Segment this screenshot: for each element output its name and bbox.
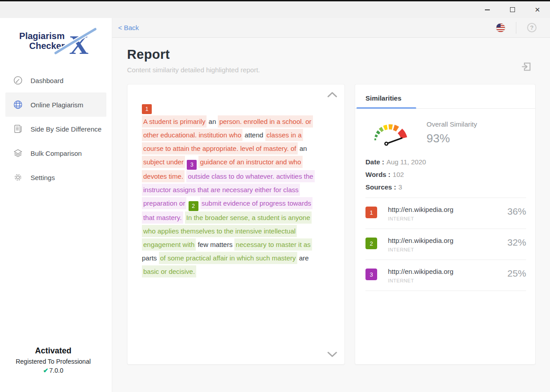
source-type-label: INTERNET xyxy=(388,278,507,283)
activation-title: Activated xyxy=(0,346,106,356)
plain-text: attend xyxy=(242,131,265,139)
meta-row: Words :102 xyxy=(365,171,526,178)
sources-list: 1 http://en.wikipedia.org INTERNET 36% 2… xyxy=(365,198,526,291)
meta-value: 3 xyxy=(398,183,402,191)
close-icon: ✕ xyxy=(535,6,541,13)
meta-label: Words : xyxy=(365,171,391,178)
sidebar-nav: Dashboard Online Plagiarism Side By Side… xyxy=(0,68,112,189)
back-button[interactable]: < Back xyxy=(118,24,139,31)
sidebar: X Plagiarism Checker Dashboard Online Pl… xyxy=(0,18,112,392)
overall-similarity-label: Overall Similarity xyxy=(427,120,477,128)
tab-similarities[interactable]: Similarities xyxy=(365,94,401,108)
meta-label: Sources : xyxy=(365,183,396,191)
meta-row: Sources :3 xyxy=(365,183,526,191)
source-percent: 36% xyxy=(507,206,526,217)
sidebar-item-online-plagiarism[interactable]: Online Plagiarism xyxy=(5,92,106,117)
sidebar-item-label: Dashboard xyxy=(31,77,63,84)
scroll-down-button[interactable] xyxy=(327,351,338,359)
plain-text: are xyxy=(297,254,309,262)
export-report-icon xyxy=(521,62,532,72)
source-percent: 32% xyxy=(507,237,526,248)
source-type-label: INTERNET xyxy=(388,247,507,252)
scroll-up-button[interactable] xyxy=(327,91,338,99)
highlighted-text-s2[interactable]: of some practical affair in which such m… xyxy=(159,252,297,264)
plain-text: an xyxy=(298,145,307,152)
source-url[interactable]: http://en.wikipedia.org xyxy=(388,206,507,213)
export-report-button[interactable] xyxy=(521,62,532,74)
sidebar-item-label: Side By Side Difference xyxy=(31,125,101,133)
help-icon[interactable]: ? xyxy=(527,23,537,32)
plain-text xyxy=(186,199,188,207)
version-number: 7.0.0 xyxy=(49,367,63,374)
meta-value: Aug 11, 2020 xyxy=(387,158,426,166)
check-icon: ✔ xyxy=(43,367,48,374)
activation-info: Activated Registered To Professional ✔7.… xyxy=(0,346,106,374)
source-url[interactable]: http://en.wikipedia.org xyxy=(388,268,507,275)
chevron-down-icon xyxy=(327,352,338,357)
plagiarism-checker-x-logo-icon: X Plagiarism Checker xyxy=(16,26,97,57)
inline-source-marker-1[interactable]: 1 xyxy=(142,104,152,114)
meta-row: Date :Aug 11, 2020 xyxy=(365,158,526,166)
similarities-tabs: Similarities xyxy=(355,84,535,109)
highlighted-text-s2[interactable]: necessary to master it as xyxy=(234,238,312,251)
header-divider xyxy=(516,22,516,34)
language-flag-icon[interactable] xyxy=(496,23,505,32)
plain-text: an xyxy=(207,118,218,125)
maximize-button[interactable] xyxy=(500,1,525,18)
document-panel: 1A student is primarily an person. enrol… xyxy=(127,84,345,365)
svg-text:Plagiarism: Plagiarism xyxy=(19,31,65,41)
similarity-gauge-icon xyxy=(370,116,413,150)
plain-text: few matters xyxy=(196,241,234,248)
source-percent: 25% xyxy=(507,268,526,279)
page-title: Report xyxy=(127,47,550,62)
plain-text: parts xyxy=(142,254,159,262)
document-icon xyxy=(13,124,23,134)
layers-icon xyxy=(13,148,23,158)
similarities-panel: Similarities xyxy=(355,84,536,365)
source-number-badge: 2 xyxy=(365,238,377,249)
source-number-badge: 3 xyxy=(365,269,377,280)
source-url[interactable]: http://en.wikipedia.org xyxy=(388,237,507,244)
dashboard-gauge-icon xyxy=(13,75,23,85)
source-number-badge: 1 xyxy=(365,207,377,218)
source-row-1[interactable]: 1 http://en.wikipedia.org INTERNET 36% xyxy=(365,198,526,229)
globe-icon xyxy=(13,100,23,110)
source-row-2[interactable]: 2 http://en.wikipedia.org INTERNET 32% xyxy=(365,229,526,260)
meta-label: Date : xyxy=(365,158,384,166)
overall-similarity-value: 93% xyxy=(427,132,477,145)
activation-version: ✔7.0.0 xyxy=(0,367,106,374)
highlighted-text-s2[interactable]: basic or decisive. xyxy=(142,265,196,277)
maximize-icon xyxy=(510,7,515,12)
main-header: < Back ? xyxy=(112,18,550,38)
close-button[interactable]: ✕ xyxy=(525,1,550,18)
minimize-icon xyxy=(485,9,490,10)
app-logo: X Plagiarism Checker xyxy=(0,18,112,61)
chevron-up-icon xyxy=(327,92,338,97)
main-area: < Back ? Report Content similarity detai… xyxy=(112,18,550,392)
sidebar-item-dashboard[interactable]: Dashboard xyxy=(5,68,106,92)
overall-similarity-block: Overall Similarity 93% xyxy=(365,109,526,152)
sidebar-item-side-by-side-difference[interactable]: Side By Side Difference xyxy=(5,117,106,141)
source-type-label: INTERNET xyxy=(388,216,507,221)
activation-subtitle: Registered To Professional xyxy=(0,358,106,365)
minimize-button[interactable] xyxy=(475,1,500,18)
sidebar-item-label: Settings xyxy=(31,174,55,181)
highlighted-text-s1[interactable]: subject under xyxy=(142,156,185,168)
sidebar-item-label: Online Plagiarism xyxy=(31,101,84,109)
highlighted-text-s1[interactable]: A student is primarily xyxy=(142,115,207,128)
sidebar-item-label: Bulk Comparison xyxy=(31,150,82,157)
inline-source-marker-3[interactable]: 3 xyxy=(187,160,197,170)
source-row-3[interactable]: 3 http://en.wikipedia.org INTERNET 25% xyxy=(365,260,526,291)
page-subtitle: Content similarity detailed highlighted … xyxy=(127,66,550,74)
document-text: 1A student is primarily an person. enrol… xyxy=(142,100,322,278)
sidebar-item-settings[interactable]: Settings xyxy=(5,165,106,189)
report-meta: Date :Aug 11, 2020 Words :102 Sources :3 xyxy=(365,152,526,198)
inline-source-marker-2[interactable]: 2 xyxy=(189,201,198,211)
sidebar-item-bulk-comparison[interactable]: Bulk Comparison xyxy=(5,141,106,165)
meta-value: 102 xyxy=(393,171,404,178)
report-content: 1A student is primarily an person. enrol… xyxy=(112,74,550,365)
page-head: Report Content similarity detailed highl… xyxy=(112,38,550,74)
gear-icon xyxy=(13,172,23,182)
window-titlebar: ✕ xyxy=(0,1,550,18)
